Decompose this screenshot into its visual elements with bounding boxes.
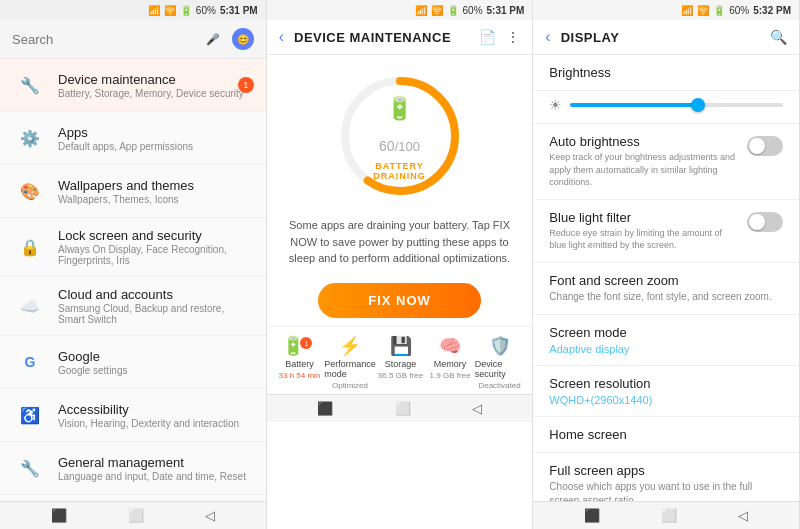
fix-now-button[interactable]: FIX NOW <box>318 283 481 318</box>
brightness-slider-row[interactable]: ☀ <box>533 91 799 124</box>
general-subtitle: Language and input, Date and time, Reset <box>58 471 252 482</box>
cloud-icon: ☁️ <box>14 290 46 322</box>
battery-bottom-icon: 🔋1 <box>282 335 316 357</box>
battery-percent: 60% <box>196 5 216 16</box>
blue-light-item[interactable]: Blue light filter Reduce eye strain by l… <box>533 200 799 263</box>
settings-item-lock-screen[interactable]: 🔒 Lock screen and security Always On Dis… <box>0 218 266 277</box>
performance-icon: ⚡ <box>339 335 361 357</box>
apps-text: Apps Default apps, App permissions <box>58 125 252 152</box>
battery-circle-container: 🔋 60/100 BATTERY DRAINING <box>267 55 533 209</box>
full-screen-title: Full screen apps <box>549 463 783 478</box>
storage-value: 36.5 GB free <box>378 371 423 380</box>
font-zoom-item[interactable]: Font and screen zoom Change the font siz… <box>533 263 799 315</box>
battery-badge: 1 <box>300 337 312 349</box>
lock-screen-icon: 🔒 <box>14 231 46 263</box>
mic-icon[interactable]: 🎤 <box>202 28 224 50</box>
search-icon-display[interactable]: 🔍 <box>770 29 787 45</box>
signal-icon-3: 📶 <box>681 5 693 16</box>
search-bar[interactable]: 🎤 😊 <box>0 20 266 59</box>
device-maintenance-title: Device maintenance <box>58 72 252 87</box>
performance-bottom-item[interactable]: ⚡ Performancemode Optimized <box>324 335 376 390</box>
back-arrow-2[interactable]: ‹ <box>279 28 284 46</box>
wifi-icon-3: 🛜 <box>697 5 709 16</box>
settings-item-device-maintenance[interactable]: 🔧 Device maintenance Battery, Storage, M… <box>0 59 266 112</box>
battery-icon: 🔋 <box>180 5 192 16</box>
battery-exclaim-icon: 🔋 <box>367 96 432 122</box>
screen-resolution-item[interactable]: Screen resolution WQHD+(2960x1440) <box>533 366 799 417</box>
more-icon[interactable]: ⋮ <box>506 29 520 45</box>
settings-item-google[interactable]: G Google Google settings <box>0 336 266 389</box>
settings-item-software[interactable]: ⬇️ Software update Download updates, Sch… <box>0 495 266 501</box>
blue-light-toggle[interactable] <box>747 212 783 232</box>
auto-brightness-toggle[interactable] <box>747 136 783 156</box>
performance-name: Performancemode <box>324 359 376 379</box>
home-btn[interactable]: ⬜ <box>128 508 144 523</box>
recent-apps-btn[interactable]: ⬛ <box>51 508 67 523</box>
device-security-icon: 🛡️ <box>489 335 511 357</box>
battery-max: /100 <box>395 139 420 154</box>
brightness-slider[interactable] <box>570 103 783 107</box>
lock-screen-title: Lock screen and security <box>58 228 252 243</box>
cloud-title: Cloud and accounts <box>58 287 252 302</box>
device-maintenance-subtitle: Battery, Storage, Memory, Device securit… <box>58 88 252 99</box>
back-btn-3[interactable]: ◁ <box>738 508 748 523</box>
auto-brightness-sub: Keep track of your brightness adjustment… <box>549 151 739 189</box>
status-bar-1: 📶 🛜 🔋 60% 5:31 PM <box>0 0 266 20</box>
device-security-bottom-item[interactable]: 🛡️ Device security Deactivated <box>475 335 525 390</box>
display-settings-list: Brightness ☀ Auto brightness Keep track … <box>533 55 799 501</box>
full-screen-item[interactable]: Full screen apps Choose which apps you w… <box>533 453 799 501</box>
google-title: Google <box>58 349 252 364</box>
settings-item-cloud[interactable]: ☁️ Cloud and accounts Samsung Cloud, Bac… <box>0 277 266 336</box>
back-btn-1[interactable]: ◁ <box>205 508 215 523</box>
brightness-item[interactable]: Brightness <box>533 55 799 91</box>
recent-apps-btn-3[interactable]: ⬛ <box>584 508 600 523</box>
memory-icon: 🧠 <box>439 335 461 357</box>
memory-bottom-item[interactable]: 🧠 Memory 1.9 GB free <box>425 335 475 390</box>
full-screen-sub: Choose which apps you want to use in the… <box>549 480 783 501</box>
storage-name: Storage <box>385 359 417 369</box>
settings-item-apps[interactable]: ⚙️ Apps Default apps, App permissions <box>0 112 266 165</box>
lock-screen-subtitle: Always On Display, Face Recognition, Fin… <box>58 244 252 266</box>
back-btn-2[interactable]: ◁ <box>472 401 482 416</box>
battery-icon-2: 🔋 <box>447 5 459 16</box>
device-maintenance-text: Device maintenance Battery, Storage, Mem… <box>58 72 252 99</box>
battery-score: 60/100 <box>367 122 432 159</box>
general-title: General management <box>58 455 252 470</box>
profile-icon[interactable]: 😊 <box>232 28 254 50</box>
wifi-icon-2: 🛜 <box>431 5 443 16</box>
nav-bar-3: ⬛ ⬜ ◁ <box>533 501 799 529</box>
settings-item-general[interactable]: 🔧 General management Language and input,… <box>0 442 266 495</box>
sun-icon: ☀ <box>549 97 562 113</box>
battery-icon-3: 🔋 <box>713 5 725 16</box>
memory-name: Memory <box>434 359 467 369</box>
home-btn-3[interactable]: ⬜ <box>661 508 677 523</box>
brightness-thumb[interactable] <box>691 98 705 112</box>
device-maintenance-panel-title: DEVICE MAINTENANCE <box>294 30 479 45</box>
display-panel-title: DISPLAY <box>561 30 770 45</box>
document-icon[interactable]: 📄 <box>479 29 496 45</box>
storage-bottom-item[interactable]: 💾 Storage 36.5 GB free <box>376 335 426 390</box>
bottom-icons-bar: 🔋1 Battery 33 h 54 min ⚡ Performancemode… <box>267 326 533 394</box>
screen-mode-title: Screen mode <box>549 325 783 340</box>
signal-icon: 📶 <box>148 5 160 16</box>
home-btn-2[interactable]: ⬜ <box>395 401 411 416</box>
battery-bottom-item[interactable]: 🔋1 Battery 33 h 54 min <box>275 335 325 390</box>
home-screen-item[interactable]: Home screen <box>533 417 799 453</box>
auto-brightness-item[interactable]: Auto brightness Keep track of your brigh… <box>533 124 799 200</box>
back-arrow-3[interactable]: ‹ <box>545 28 550 46</box>
font-zoom-sub: Change the font size, font style, and sc… <box>549 290 783 304</box>
screen-mode-item[interactable]: Screen mode Adaptive display <box>533 315 799 366</box>
wallpapers-icon: 🎨 <box>14 175 46 207</box>
nav-bar-2: ⬛ ⬜ ◁ <box>267 394 533 422</box>
apps-title: Apps <box>58 125 252 140</box>
device-maintenance-panel: 📶 🛜 🔋 60% 5:31 PM ‹ DEVICE MAINTENANCE 📄… <box>267 0 534 529</box>
settings-item-wallpapers[interactable]: 🎨 Wallpapers and themes Wallpapers, Them… <box>0 165 266 218</box>
settings-item-accessibility[interactable]: ♿ Accessibility Vision, Hearing, Dexteri… <box>0 389 266 442</box>
accessibility-icon: ♿ <box>14 399 46 431</box>
recent-apps-btn-2[interactable]: ⬛ <box>317 401 333 416</box>
screen-mode-value: Adaptive display <box>549 343 783 355</box>
time-1: 5:31 PM <box>220 5 258 16</box>
settings-panel: 📶 🛜 🔋 60% 5:31 PM 🎤 😊 🔧 Device maintenan… <box>0 0 267 529</box>
search-input[interactable] <box>12 32 202 47</box>
blue-light-title: Blue light filter <box>549 210 739 225</box>
